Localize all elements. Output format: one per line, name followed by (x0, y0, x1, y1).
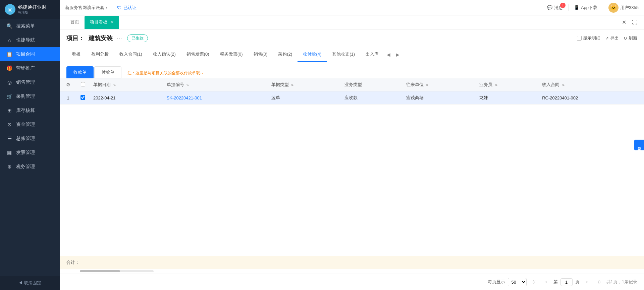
project-actions: 显示明细 ↗ 导出 ↻ 刷新 (577, 35, 637, 41)
first-page-button[interactable]: ⟨⟨ (529, 277, 539, 287)
message-badge: 1 (560, 3, 566, 8)
page-input[interactable] (560, 278, 573, 286)
subtab-tax-invoice[interactable]: 税务发票(0) (215, 47, 248, 62)
export-icon: ↗ (605, 36, 609, 41)
project-status-badge: 已生效 (127, 34, 148, 42)
row-checkbox-cell[interactable] (76, 91, 89, 104)
inner-tab-payment[interactable]: 付款单 (94, 66, 121, 78)
finance-icon: ⊙ (6, 122, 13, 128)
subtab-income-confirm[interactable]: 收入确认(2) (148, 47, 181, 62)
sidebar-item-ledger[interactable]: ☰ 总账管理 (0, 132, 60, 146)
app-download-button[interactable]: 📱 App下载 (574, 5, 597, 11)
project-prefix: 项目： (66, 34, 85, 42)
sidebar-item-inventory[interactable]: ⊞ 库存核算 (0, 103, 60, 118)
sidebar-item-tax[interactable]: ⊛ 税务管理 (0, 160, 60, 174)
page-label: 第 (553, 279, 558, 285)
subtab-purchase[interactable]: 采购(2) (273, 47, 298, 62)
th-salesperson[interactable]: 业务员 ⇅ (475, 78, 538, 91)
th-biz-type: 业务类型 (340, 78, 402, 91)
th-date[interactable]: 单据日期 ⇅ (89, 78, 163, 91)
th-type[interactable]: 单据类型 ⇅ (267, 78, 341, 91)
sidebar-item-finance[interactable]: ⊙ 资金管理 (0, 118, 60, 132)
refresh-button[interactable]: ↻ 刷新 (624, 35, 637, 41)
pagination: 每页显示 50 20 100 ⟨⟨ ＜ 第 页 ＞ ⟩⟩ 共1页，1条记录 (60, 274, 644, 290)
certified-badge: 🛡 已认证 (117, 5, 137, 11)
scroll-row (60, 269, 644, 274)
subtab-sales-invoice[interactable]: 销售发票(0) (181, 47, 215, 62)
subtab-kanban[interactable]: 看板 (66, 47, 86, 62)
page-suffix: 页 (575, 279, 580, 285)
avatar-image: 🐱 (608, 3, 619, 13)
gift-icon: 🎁 (6, 65, 13, 71)
table-note: 注：这里是与项目关联的全部收付款单哦～ (127, 69, 204, 76)
per-page-label: 每页显示 (488, 279, 505, 285)
tab-project-kanban[interactable]: 项目看板 ✕ (85, 16, 119, 29)
horizontal-scrollbar-thumb[interactable] (80, 270, 120, 272)
feedback-button[interactable]: 意见反馈 (634, 140, 644, 150)
horizontal-scrollbar-track[interactable] (80, 270, 154, 272)
sort-icon: ⇅ (291, 83, 293, 87)
subtab-sales[interactable]: 销售(0) (248, 47, 273, 62)
row-biz-type: 应收款 (340, 91, 402, 104)
purchase-icon: 🛒 (6, 93, 13, 99)
sidebar-item-sales[interactable]: ◎ 销售管理 (0, 75, 60, 89)
topbar: 新服务官网演示账套 ▾ 🛡 已认证 💬 消息 1 📱 App下载 🐱 用 (60, 0, 644, 15)
maximize-window-button[interactable]: ⛶ (631, 18, 639, 26)
th-settings[interactable]: ⚙ (60, 78, 76, 91)
inner-tab-receipt[interactable]: 收款单 (66, 66, 94, 78)
subtab-payment[interactable]: 收付款(4) (298, 47, 327, 62)
th-checkbox (76, 78, 89, 91)
sidebar-item-quick-nav[interactable]: ⌂ 快捷导航 (0, 33, 60, 47)
show-detail-toggle[interactable]: 显示明细 (577, 35, 600, 41)
subtab-prev-arrow[interactable]: ◀ (384, 49, 393, 60)
row-checkbox[interactable] (80, 95, 85, 100)
home-icon: ⌂ (6, 38, 13, 43)
last-page-button[interactable]: ⟩⟩ (594, 277, 604, 287)
prev-page-button[interactable]: ＜ (541, 277, 551, 287)
tabbar: 首页 项目看板 ✕ ✕ ⛶ (60, 15, 644, 29)
per-page-select[interactable]: 50 20 100 (508, 278, 527, 286)
sidebar-item-marketing[interactable]: 🎁 营销推广 (0, 61, 60, 75)
app-logo-text: 畅捷通好业财 标准版 (18, 4, 46, 15)
settings-icon[interactable]: ⚙ (66, 82, 70, 87)
export-button[interactable]: ↗ 导出 (605, 35, 619, 41)
more-options-button[interactable]: ··· (117, 35, 123, 41)
subtabs: 看板 盈利分析 收入合同(1) 收入确认(2) 销售发票(0) 税务发票(0) … (60, 47, 644, 62)
th-number[interactable]: 单据编号 ⇅ (163, 78, 267, 91)
select-all-checkbox[interactable] (81, 82, 85, 86)
tax-icon: ⊛ (6, 164, 13, 170)
main-content: 新服务官网演示账套 ▾ 🛡 已认证 💬 消息 1 📱 App下载 🐱 用 (60, 0, 644, 290)
user-avatar[interactable]: 🐱 用户3355 (608, 3, 639, 13)
cancel-fixed-button[interactable]: ◀ 取消固定 (0, 276, 60, 290)
sidebar-item-purchase[interactable]: 🛒 采购管理 (0, 89, 60, 103)
shield-icon: 🛡 (117, 5, 122, 10)
table-row[interactable]: 1 2022-04-21 SK-20220421-001 蓝单 应收款 宏茂商场… (60, 91, 644, 104)
pagination-total-info: 共1页，1条记录 (606, 279, 637, 285)
tab-home[interactable]: 首页 (65, 16, 85, 29)
close-window-button[interactable]: ✕ (620, 18, 628, 26)
sidebar-item-invoice[interactable]: ▦ 发票管理 (0, 146, 60, 160)
dropdown-arrow-icon: ▾ (106, 5, 108, 10)
inner-tabs: 收款单 付款单 注：这里是与项目关联的全部收付款单哦～ (60, 62, 644, 78)
sidebar: ◎ 畅捷通好业财 标准版 🔍 搜索菜单 ⌂ 快捷导航 📋 项目合同 🎁 营销推广… (0, 0, 60, 290)
th-income-contract[interactable]: 收入合同 ⇅ (538, 78, 644, 91)
subtab-profit[interactable]: 盈利分析 (86, 47, 114, 62)
subtab-income-contract[interactable]: 收入合同(1) (114, 47, 148, 62)
project-name: 建筑安装 (89, 34, 113, 42)
row-number[interactable]: SK-20220421-001 (163, 91, 267, 104)
sidebar-item-project-contract[interactable]: 📋 项目合同 (0, 47, 60, 61)
subtab-other-income[interactable]: 其他收支(1) (327, 47, 360, 62)
message-icon: 💬 (547, 5, 552, 10)
message-button[interactable]: 💬 消息 1 (547, 5, 563, 11)
subtab-next-arrow[interactable]: ▶ (393, 49, 402, 60)
window-controls: ✕ ⛶ (620, 18, 639, 26)
sidebar-item-search[interactable]: 🔍 搜索菜单 (0, 19, 60, 33)
row-index: 1 (60, 91, 76, 104)
subtab-warehouse[interactable]: 出入库 (360, 47, 384, 62)
project-selector[interactable]: 新服务官网演示账套 ▾ (65, 5, 108, 11)
row-type: 蓝单 (267, 91, 341, 104)
th-partner[interactable]: 往来单位 ⇅ (402, 78, 476, 91)
tab-close-icon[interactable]: ✕ (111, 20, 114, 24)
row-income-contract: RC-20220401-002 (538, 91, 644, 104)
next-page-button[interactable]: ＞ (582, 277, 592, 287)
